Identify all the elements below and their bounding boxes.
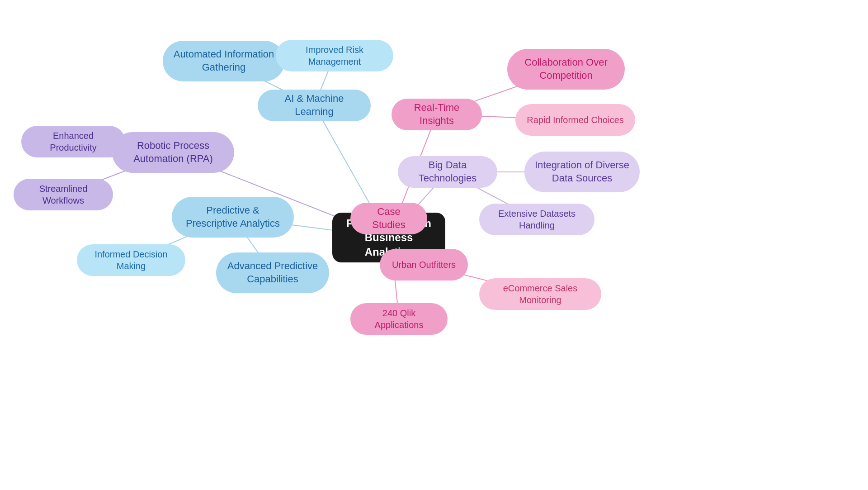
node-automated-info[interactable]: Automated Information Gathering [163, 41, 285, 81]
node-big-data[interactable]: Big Data Technologies [398, 156, 497, 188]
node-advanced-pred[interactable]: Advanced Predictive Capabilities [216, 252, 329, 293]
node-enhanced-prod[interactable]: Enhanced Productivity [21, 126, 125, 157]
node-pred-prescr[interactable]: Predictive & Prescriptive Analytics [172, 197, 294, 238]
node-integration[interactable]: Integration of Diverse Data Sources [524, 152, 640, 192]
node-rpa[interactable]: Robotic Process Automation (RPA) [112, 132, 234, 173]
node-rapid-informed[interactable]: Rapid Informed Choices [515, 104, 635, 136]
node-collab[interactable]: Collaboration Over Competition [507, 49, 625, 90]
node-case-studies[interactable]: Case Studies [350, 203, 427, 234]
node-ecommerce[interactable]: eCommerce Sales Monitoring [479, 278, 601, 310]
node-ai-ml[interactable]: AI & Machine Learning [258, 90, 371, 121]
node-streamlined[interactable]: Streamlined Workflows [14, 179, 113, 210]
node-informed-decision[interactable]: Informed Decision Making [77, 244, 185, 276]
node-extensive[interactable]: Extensive Datasets Handling [479, 204, 594, 235]
node-improved-risk[interactable]: Improved Risk Management [276, 40, 393, 71]
node-urban-out[interactable]: Urban Outfitters [380, 249, 468, 281]
node-real-time[interactable]: Real-Time Insights [392, 99, 482, 130]
node-qlik[interactable]: 240 Qlik Applications [350, 303, 448, 335]
